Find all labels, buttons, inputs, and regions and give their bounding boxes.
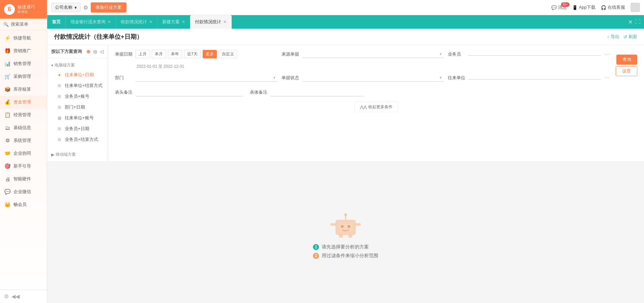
- tip-text-2: 用过滤条件来缩小分析范围: [322, 253, 378, 259]
- settings-scheme-icon[interactable]: ◎: [93, 49, 97, 54]
- tab-home[interactable]: 首页: [47, 15, 66, 29]
- svg-point-7: [344, 213, 347, 216]
- scheme-item-salesman-date[interactable]: ⊞ 业务员+日期: [47, 123, 108, 134]
- tabs-bar: 首页 现金银行流水查询 ✕ 收款情况统计 ✕ 新建方案 ✕ 付款情况统计 ✕ ✕…: [47, 15, 644, 29]
- scheme-item-partner-date[interactable]: ● 往来单位+日期: [47, 69, 108, 80]
- logo-text-block: 畅捷通巧 标准版: [18, 4, 35, 14]
- app-name: 畅捷通巧: [18, 4, 35, 10]
- company-selector[interactable]: 公司名称 ▾: [51, 3, 81, 12]
- refresh-btn[interactable]: ↺ 刷新: [623, 34, 637, 40]
- collapse-up-icon: ⋀⋀: [360, 105, 367, 110]
- sidebar-item-capital[interactable]: 💰 资金管理: [0, 96, 47, 109]
- sidebar-item-guide[interactable]: 🎯 新手引导: [0, 160, 47, 173]
- scheme-salesman-account-label: 业务员+账号: [65, 93, 89, 99]
- scheme-item-salesman-settle[interactable]: ⊞ 业务员+结算方式: [47, 134, 108, 145]
- app-download-btn[interactable]: 📱 App下载: [572, 4, 595, 10]
- head-note-input[interactable]: [136, 88, 243, 96]
- tab-expand-icon[interactable]: ⛶: [635, 19, 641, 25]
- sidebar-item-sales[interactable]: 📊 销售管理: [0, 57, 47, 70]
- mobile-section-title[interactable]: ▶ 移动端方案: [47, 150, 108, 159]
- trial-button[interactable]: 体验行业方案: [91, 2, 126, 12]
- doc-status-select[interactable]: ▾: [302, 74, 444, 82]
- query-button[interactable]: 查询: [616, 55, 637, 65]
- scheme-item-partner-settle[interactable]: ⊞ 往来单位+结算方式: [47, 80, 108, 91]
- tab-new-plan-close-icon[interactable]: ✕: [182, 20, 185, 24]
- message-btn[interactable]: 💬 消息 99+: [551, 4, 567, 10]
- sidebar-item-inventory[interactable]: 📦 库存核算: [0, 83, 47, 96]
- sidebar-item-shortcut[interactable]: ⚡ 快捷导航: [0, 32, 47, 44]
- sidebar-item-system[interactable]: ⚙ 系统管理: [0, 134, 47, 147]
- date-btn-this-month[interactable]: 本月: [152, 50, 166, 58]
- sidebar-item-wechat[interactable]: 💬 企业微信: [0, 185, 47, 198]
- scheme-panel-header: 按以下方案查询 ⊕ ◎ ◁: [47, 45, 108, 58]
- salesman-select[interactable]: [468, 53, 601, 56]
- date-btn-custom[interactable]: 自定义: [219, 50, 237, 58]
- scheme-bar-icon: ▦: [57, 115, 62, 121]
- tab-receipt[interactable]: 收款情况统计 ✕: [116, 15, 157, 29]
- sidebar-item-purchase[interactable]: 🛒 采购管理: [0, 70, 47, 83]
- hardware-label: 智能硬件: [13, 176, 31, 182]
- scheme-item-salesman-account[interactable]: ⊞ 业务员+账号: [47, 91, 108, 102]
- sidebar-item-enterprise[interactable]: 🤝 企业协同: [0, 147, 47, 160]
- refresh-icon: ↺: [623, 34, 627, 39]
- tab-new-plan[interactable]: 新建方案 ✕: [157, 15, 190, 29]
- scheme-panel-title: 按以下方案查询: [51, 49, 82, 55]
- partner-select[interactable]: [468, 77, 601, 80]
- header-settings-icon[interactable]: ⚙: [83, 4, 88, 11]
- online-service-btn[interactable]: 🎧 在线客服: [601, 4, 625, 10]
- scheme-grid-icon-1: ⊞: [57, 83, 62, 88]
- salesman-label: 业务员: [448, 51, 466, 57]
- tab-bank-close-icon[interactable]: ✕: [108, 20, 111, 24]
- empty-tip-1: 1 请先选择要分析的方案: [313, 244, 378, 250]
- guide-icon: 🎯: [4, 163, 11, 170]
- dept-cell: 部门 ▾: [115, 74, 277, 82]
- tab-bank[interactable]: 现金银行流水查询 ✕: [66, 15, 116, 29]
- user-avatar[interactable]: [631, 3, 640, 12]
- scheme-item-dept-date[interactable]: ⊞ 部门+日期: [47, 102, 108, 113]
- collapse-scheme-icon[interactable]: ◁: [100, 49, 104, 54]
- tab-receipt-close-icon[interactable]: ✕: [149, 20, 152, 24]
- header-right: 💬 消息 99+ 📱 App下载 🎧 在线客服: [551, 3, 640, 12]
- sidebar-item-marketing[interactable]: 🎁 营销推广: [0, 44, 47, 57]
- add-scheme-icon[interactable]: ⊕: [86, 49, 90, 54]
- desktop-section-title[interactable]: ▾ 电脑端方案: [47, 61, 108, 69]
- sales-label: 销售管理: [13, 61, 31, 67]
- settings-bottom-icon[interactable]: ⚙: [4, 293, 9, 300]
- date-filter-options: 上月 本月 本年 近7天 更多 自定义: [136, 50, 277, 58]
- dept-select[interactable]: ▾: [136, 74, 277, 82]
- body-note-input[interactable]: [270, 88, 364, 96]
- date-btn-more[interactable]: 更多: [203, 50, 217, 58]
- settings-filter-button[interactable]: 设置: [616, 66, 637, 76]
- date-btn-last-month[interactable]: 上月: [136, 50, 150, 58]
- sidebar-item-member[interactable]: 👑 畅会员: [0, 198, 47, 211]
- collapse-sidebar-icon[interactable]: ◀◀: [11, 293, 20, 300]
- svg-rect-1: [339, 222, 352, 232]
- partner-cell: 往来单位 ···: [448, 75, 610, 81]
- head-note-cell: 表头备注: [115, 88, 243, 96]
- sidebar-item-hardware[interactable]: 🖨 智能硬件: [0, 173, 47, 185]
- partner-dots[interactable]: ···: [604, 75, 610, 81]
- salesman-dots[interactable]: ···: [604, 52, 610, 57]
- operation-label: 经营管理: [13, 112, 31, 118]
- tab-payment[interactable]: 付款情况统计 ✕: [190, 15, 232, 29]
- doc-status-cell: 单据状态 ▾: [282, 74, 444, 82]
- sidebar-search[interactable]: 🔍 搜索菜单: [0, 19, 47, 30]
- tab-close-all-icon[interactable]: ✕: [628, 19, 633, 25]
- sidebar-item-basic[interactable]: 🗂 基础信息: [0, 121, 47, 134]
- collapse-conditions-btn[interactable]: ⋀⋀ 收起更多条件: [354, 102, 398, 112]
- filter-rows-container: 单据日期 上月 本月 本年 近7天 更多 自定义: [108, 45, 644, 161]
- date-cell: 单据日期 上月 本月 本年 近7天 更多 自定义: [115, 50, 277, 58]
- company-name: 公司名称: [55, 4, 72, 10]
- scheme-item-partner-account[interactable]: ▦ 往来单位+账号: [47, 113, 108, 123]
- purchase-label: 采购管理: [13, 73, 31, 80]
- sidebar-item-operation[interactable]: 📋 经营管理: [0, 109, 47, 121]
- tab-payment-close-icon[interactable]: ✕: [223, 20, 227, 24]
- data-area: 1 请先选择要分析的方案 2 用过滤条件来缩小分析范围: [47, 162, 644, 303]
- doc-status-dropdown-icon: ▾: [440, 75, 442, 80]
- empty-tips: 1 请先选择要分析的方案 2 用过滤条件来缩小分析范围: [313, 244, 378, 259]
- collapse-btn-label: 收起更多条件: [368, 104, 392, 110]
- date-btn-7days[interactable]: 近7天: [184, 50, 201, 58]
- date-btn-this-year[interactable]: 本年: [168, 50, 182, 58]
- export-btn[interactable]: ↑ 导出: [607, 34, 620, 40]
- source-select[interactable]: ▾: [302, 51, 444, 58]
